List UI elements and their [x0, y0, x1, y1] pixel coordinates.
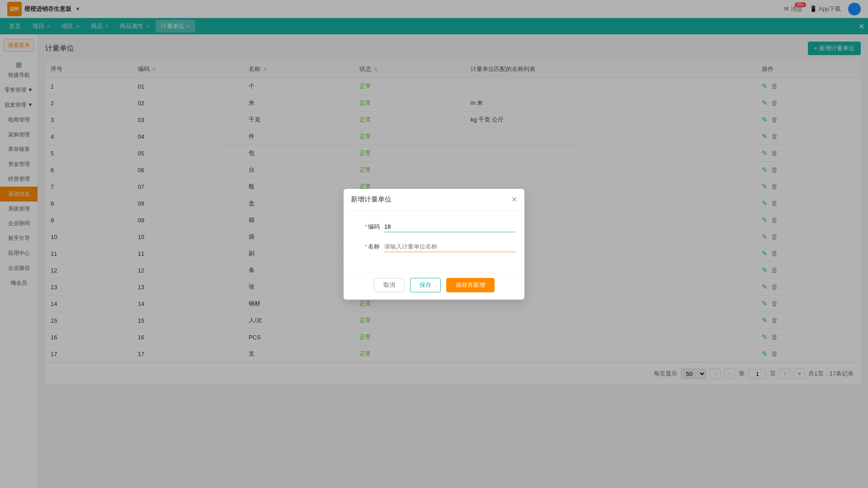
- cancel-btn[interactable]: 取消: [374, 278, 405, 292]
- modal-body: *编码 *名称: [344, 211, 524, 272]
- modal-footer: 取消 保存 保存并新增: [344, 272, 524, 300]
- modal-header: 新增计量单位 ✕: [344, 189, 524, 211]
- save-and-new-btn[interactable]: 保存并新增: [446, 278, 495, 292]
- form-name-row: *名称: [353, 241, 515, 252]
- code-required-mark: *: [365, 223, 367, 230]
- modal-title: 新增计量单位: [351, 195, 392, 204]
- code-input[interactable]: [384, 221, 515, 232]
- name-label: *名称: [353, 243, 380, 251]
- save-btn[interactable]: 保存: [410, 278, 441, 292]
- name-required-mark: *: [365, 243, 367, 250]
- add-unit-modal: 新增计量单位 ✕ *编码 *名称 取消 保存 保存并新增: [344, 189, 524, 300]
- name-input[interactable]: [384, 241, 515, 252]
- code-label: *编码: [353, 223, 380, 231]
- modal-overlay[interactable]: 新增计量单位 ✕ *编码 *名称 取消 保存 保存并新增: [0, 0, 868, 488]
- modal-close-btn[interactable]: ✕: [511, 195, 517, 204]
- form-code-row: *编码: [353, 221, 515, 232]
